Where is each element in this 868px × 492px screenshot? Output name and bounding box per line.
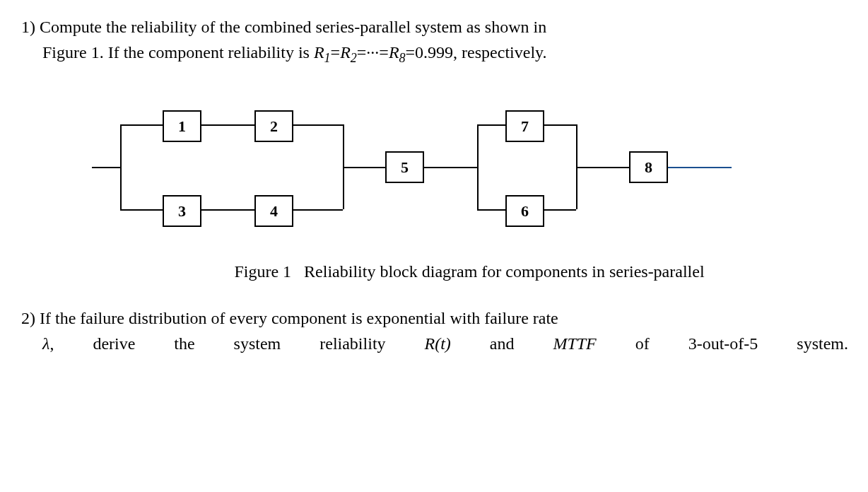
eq2: =···=	[357, 43, 389, 62]
r8-var: R	[389, 43, 399, 62]
wire	[293, 209, 343, 211]
figure-1-caption: Figure 1 Reliability block diagram for c…	[92, 259, 847, 284]
p1-line1: 1) Compute the reliability of the combin…	[21, 18, 546, 36]
wire	[92, 167, 120, 168]
component-8-label: 8	[645, 156, 652, 179]
component-1: 1	[163, 110, 201, 142]
problem-2: 2) If the failure distribution of every …	[21, 305, 847, 356]
lambda-symbol: λ	[42, 334, 49, 353]
component-5: 5	[385, 151, 424, 183]
p2-mid2: and	[451, 334, 553, 353]
wire	[576, 167, 629, 168]
component-8: 8	[629, 151, 668, 183]
wire	[293, 124, 343, 126]
p2-line2: λ, derive the system reliability R(t) an…	[21, 331, 848, 356]
wire	[120, 124, 163, 126]
wire-output	[668, 167, 732, 168]
component-2: 2	[254, 110, 293, 142]
p2-mid3: of 3-out-of-5 system.	[597, 334, 848, 353]
wire	[477, 124, 505, 126]
component-6: 6	[505, 195, 544, 227]
component-4-label: 4	[270, 199, 278, 223]
wire	[424, 167, 477, 168]
r1-var: R	[314, 43, 324, 62]
component-2-label: 2	[270, 115, 278, 138]
component-5-label: 5	[401, 156, 409, 179]
wire	[477, 209, 505, 211]
r1-sub: 1	[324, 51, 331, 65]
r2-var: R	[340, 43, 351, 62]
component-1-label: 1	[178, 115, 186, 138]
eq3: =0.999, respectively.	[406, 43, 547, 62]
p1-line2-prefix: Figure 1. If the component reliability i…	[42, 43, 314, 62]
wire	[201, 209, 254, 211]
component-4: 4	[254, 195, 293, 227]
component-6-label: 6	[521, 199, 529, 223]
wire	[343, 167, 385, 168]
r8-sub: 8	[399, 51, 406, 65]
p1-line2: Figure 1. If the component reliability i…	[21, 43, 546, 62]
wire	[120, 209, 163, 211]
wire	[201, 124, 254, 126]
figure-label: Figure 1	[234, 262, 291, 281]
problem-1: 1) Compute the reliability of the combin…	[21, 14, 847, 68]
figure-1: 1 2 3 4 5 7 6 8 Figure 1 Reliability	[21, 96, 847, 284]
wire	[544, 209, 576, 211]
component-7-label: 7	[521, 115, 529, 138]
component-7: 7	[505, 110, 544, 142]
problem-1-text: 1) Compute the reliability of the combin…	[21, 14, 847, 68]
reliability-block-diagram: 1 2 3 4 5 7 6 8	[92, 96, 728, 238]
mttf-symbol: MTTF	[553, 334, 596, 353]
wire	[477, 124, 479, 209]
eq1: =	[331, 43, 341, 62]
r2-sub: 2	[351, 51, 357, 65]
component-3: 3	[163, 195, 201, 227]
wire	[544, 124, 576, 126]
rt-symbol: R(t)	[425, 334, 451, 353]
figure-text: Reliability block diagram for components…	[304, 262, 705, 281]
p2-line1: 2) If the failure distribution of every …	[21, 305, 847, 331]
p2-mid1: derive the system reliability	[54, 334, 424, 353]
component-3-label: 3	[178, 199, 186, 223]
wire	[120, 124, 122, 209]
